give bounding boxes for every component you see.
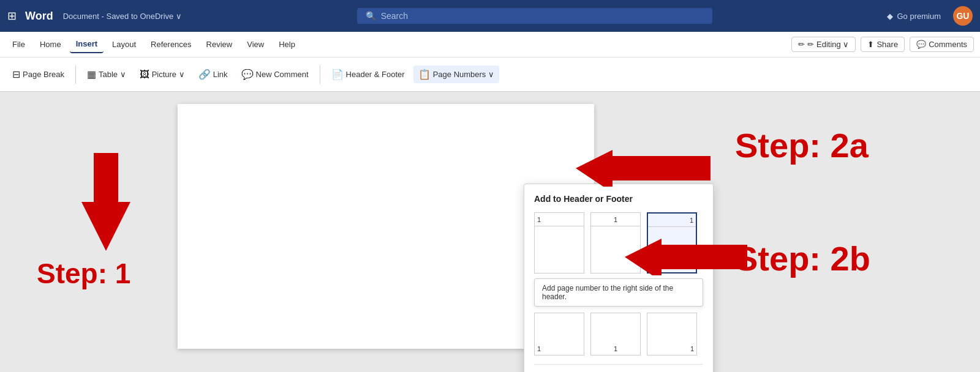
menu-layout[interactable]: Layout xyxy=(106,36,142,53)
svg-marker-1 xyxy=(81,153,130,251)
step1-label: Step: 1 xyxy=(37,257,130,290)
page-numbers-icon: 📋 xyxy=(418,69,431,80)
svg-marker-3 xyxy=(625,239,747,275)
page-num-option-bottom-right[interactable]: 1 xyxy=(647,313,697,355)
pencil-icon: ✏ xyxy=(798,40,805,49)
svg-marker-2 xyxy=(576,150,710,187)
comment-icon: 💬 xyxy=(916,40,926,49)
step2b-arrow xyxy=(625,239,747,275)
dropdown-divider-1 xyxy=(534,364,703,365)
go-premium-button[interactable]: ◆ Go premium xyxy=(887,12,941,21)
menu-bar: File Home Insert Layout References Revie… xyxy=(0,32,980,58)
toolbar-separator-2 xyxy=(320,65,320,84)
step2a-label: Step: 2a xyxy=(735,125,869,165)
header-footer-icon: 📄 xyxy=(331,69,344,80)
menu-file[interactable]: File xyxy=(6,36,31,53)
toolbar: ⊟ Page Break ▦ Table ∨ 🖼 Picture ∨ 🔗 Lin… xyxy=(0,58,980,92)
new-comment-button[interactable]: 💬 New Comment xyxy=(236,65,314,83)
search-icon: 🔍 xyxy=(366,11,376,21)
page-break-icon: ⊟ xyxy=(12,69,20,80)
table-button[interactable]: ▦ Table ∨ xyxy=(82,65,131,83)
link-button[interactable]: 🔗 Link xyxy=(194,65,233,83)
page-numbers-dropdown: Add to Header or Footer 1 1 1 Add page n… xyxy=(524,184,714,372)
doc-title: Document - Saved to OneDrive ∨ xyxy=(63,12,182,21)
table-icon: ▦ xyxy=(87,69,96,80)
menu-review[interactable]: Review xyxy=(200,36,239,53)
link-icon: 🔗 xyxy=(198,69,211,80)
dropdown-title: Add to Header or Footer xyxy=(534,194,703,204)
page-num-option-bottom-center[interactable]: 1 xyxy=(590,313,641,355)
app-name: Word xyxy=(25,10,53,23)
tooltip-box: Add page number to the right side of the… xyxy=(534,278,703,307)
search-input[interactable] xyxy=(381,11,704,21)
menu-help[interactable]: Help xyxy=(273,36,301,53)
editing-button[interactable]: ✏ ✏ Editing ∨ xyxy=(791,37,856,52)
share-icon: ⬆ xyxy=(867,40,874,49)
share-button[interactable]: ⬆ Share xyxy=(861,37,905,52)
toolbar-separator-1 xyxy=(75,65,76,84)
menu-insert[interactable]: Insert xyxy=(70,35,104,53)
title-bar: ⊞ Word Document - Saved to OneDrive ∨ 🔍 … xyxy=(0,0,980,32)
page-num-option-bottom-left[interactable]: 1 xyxy=(534,313,584,355)
user-avatar[interactable]: GU xyxy=(953,6,973,26)
menu-home[interactable]: Home xyxy=(34,36,67,53)
header-footer-button[interactable]: 📄 Header & Footer xyxy=(326,65,410,83)
page-numbers-button[interactable]: 📋 Page Numbers ∨ xyxy=(413,65,499,83)
page-number-row-2: 1 1 1 xyxy=(534,313,703,355)
menu-view[interactable]: View xyxy=(241,36,270,53)
step1-arrow xyxy=(81,153,130,251)
step2b-label: Step: 2b xyxy=(735,239,870,278)
step2a-arrow xyxy=(576,150,710,187)
comments-button[interactable]: 💬 Comments xyxy=(910,37,974,52)
diamond-icon: ◆ xyxy=(887,12,893,21)
search-box[interactable]: 🔍 xyxy=(357,8,712,24)
apps-icon[interactable]: ⊞ xyxy=(7,9,17,23)
page-break-button[interactable]: ⊟ Page Break xyxy=(7,65,69,83)
picture-button[interactable]: 🖼 Picture ∨ xyxy=(135,66,190,83)
main-area: Add to Header or Footer 1 1 1 Add page n… xyxy=(0,92,980,372)
new-comment-icon: 💬 xyxy=(241,69,254,80)
page-num-option-top-left[interactable]: 1 xyxy=(534,212,584,273)
menu-references[interactable]: References xyxy=(145,36,197,53)
menu-right-buttons: ✏ ✏ Editing ∨ ⬆ Share 💬 Comments xyxy=(791,37,974,52)
picture-icon: 🖼 xyxy=(140,69,149,80)
